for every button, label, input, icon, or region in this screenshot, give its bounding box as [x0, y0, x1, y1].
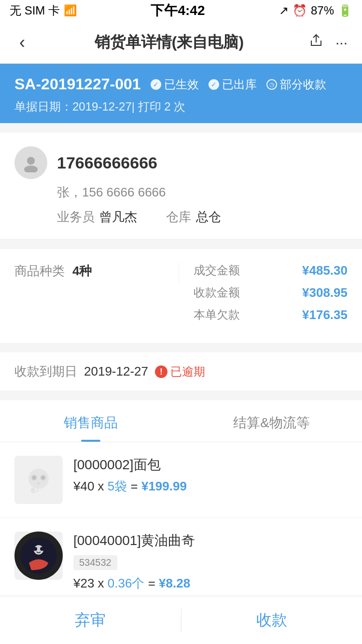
back-button[interactable]: ‹: [14, 28, 30, 57]
product-info-1: [0000002]面包 ¥40 x 5袋 = ¥199.99: [73, 456, 348, 495]
status-partial: ◷ 部分收款: [266, 77, 326, 92]
amount-row: 成交金额 ¥485.30: [194, 263, 348, 278]
product-item-2: [00040001]黄油曲奇 534532 ¥23 x 0.36个 = ¥8.2…: [0, 518, 362, 606]
warehouse: 仓库 总仓: [166, 209, 221, 225]
order-id: SA-20191227-001: [14, 75, 141, 93]
sim-status: 无 SIM 卡: [10, 3, 60, 18]
header-banner: SA-20191227-001 ✓ 已生效 ✓ 已出库 ◷ 部分收款 单据日期：…: [0, 64, 362, 123]
status-effective: ✓ 已生效: [151, 77, 199, 92]
alarm-icon: ⏰: [292, 4, 307, 17]
bottom-bar: 弃审 收款: [0, 596, 362, 644]
check-icon-1: ✓: [151, 79, 161, 90]
product-price-1: ¥40 x 5袋 = ¥199.99: [73, 478, 348, 495]
product-logo-2: [14, 532, 63, 580]
product-name-2: [00040001]黄油曲奇: [73, 532, 348, 550]
nav-title: 销货单详情(来自电脑): [95, 32, 244, 53]
summary-right: 成交金额 ¥485.30 收款金额 ¥308.95 本单欠款 ¥176.35: [179, 263, 348, 329]
product-list: 鱼+ [0000002]面包 ¥40 x 5袋 = ¥199.99: [0, 442, 362, 606]
product-info-2: [00040001]黄油曲奇 534532 ¥23 x 0.36个 = ¥8.2…: [73, 532, 348, 592]
status-right: ↗ ⏰ 87% 🔋: [279, 4, 352, 17]
category-item: 商品种类 4种: [14, 263, 169, 280]
status-shipped: ✓ 已出库: [209, 77, 257, 92]
received-row: 收款金额 ¥308.95: [194, 285, 348, 300]
nav-actions: ···: [308, 33, 348, 52]
svg-point-0: [27, 157, 35, 165]
customer-section: 17666666666 张，156 6666 6666 业务员 曾凡杰 仓库 总…: [0, 133, 362, 239]
order-id-row: SA-20191227-001 ✓ 已生效 ✓ 已出库 ◷ 部分收款: [14, 75, 348, 93]
product-tag-2: 534532: [73, 555, 117, 570]
status-time: 下午4:42: [151, 1, 205, 20]
product-thumb-1: 鱼+: [14, 456, 63, 504]
tabs-header: 销售商品 结算&物流等: [0, 400, 362, 442]
svg-point-5: [32, 476, 36, 479]
wifi-icon: 📶: [64, 4, 77, 17]
customer-name: 17666666666: [57, 154, 157, 172]
share-button[interactable]: [308, 33, 324, 52]
tab-settlement[interactable]: 结算&物流等: [181, 400, 362, 442]
customer-row: 17666666666: [14, 146, 348, 179]
product-price-2: ¥23 x 0.36个 = ¥8.28: [73, 575, 348, 592]
product-thumb-2: [14, 532, 63, 580]
status-bar: 无 SIM 卡 📶 下午4:42 ↗ ⏰ 87% 🔋: [0, 0, 362, 21]
svg-point-6: [42, 476, 45, 479]
svg-text:鱼+: 鱼+: [30, 487, 40, 493]
tabs-section: 销售商品 结算&物流等 鱼+ [000: [0, 400, 362, 606]
cancel-button[interactable]: 弃审: [0, 600, 181, 641]
status-left: 无 SIM 卡 📶: [10, 3, 77, 18]
due-date-section: 收款到期日 2019-12-27 ! 已逾期: [0, 352, 362, 391]
clock-icon: ◷: [266, 79, 277, 90]
avatar: [14, 146, 47, 179]
confirm-button[interactable]: 收款: [181, 600, 362, 641]
svg-point-11: [33, 547, 37, 551]
battery-icon: 🔋: [338, 4, 352, 17]
svg-point-1: [24, 166, 38, 172]
customer-sub: 张，156 6666 6666: [14, 184, 348, 201]
location-icon: ↗: [279, 4, 289, 17]
more-button[interactable]: ···: [335, 34, 348, 51]
sales-person: 业务员 曾凡杰: [57, 209, 137, 225]
debt-row: 本单欠款 ¥176.35: [194, 307, 348, 322]
overdue-icon: !: [155, 365, 167, 378]
overdue-badge: ! 已逾期: [155, 364, 205, 379]
svg-point-2: [28, 469, 49, 489]
product-name-1: [0000002]面包: [73, 456, 348, 474]
check-icon-2: ✓: [209, 79, 219, 90]
header-date: 单据日期：2019-12-27| 打印 2 次: [14, 99, 348, 114]
tab-products[interactable]: 销售商品: [0, 400, 181, 442]
product-item: 鱼+ [0000002]面包 ¥40 x 5袋 = ¥199.99: [0, 442, 362, 518]
nav-bar: ‹ 销货单详情(来自电脑) ···: [0, 21, 362, 64]
summary-section: 商品种类 4种 成交金额 ¥485.30 收款金额 ¥308.95 本单欠款 ¥…: [0, 249, 362, 343]
battery-level: 87%: [311, 4, 334, 17]
tab-indicator: [81, 440, 100, 442]
summary-left: 商品种类 4种: [14, 263, 179, 282]
customer-meta: 业务员 曾凡杰 仓库 总仓: [14, 209, 348, 225]
svg-point-12: [40, 547, 44, 551]
